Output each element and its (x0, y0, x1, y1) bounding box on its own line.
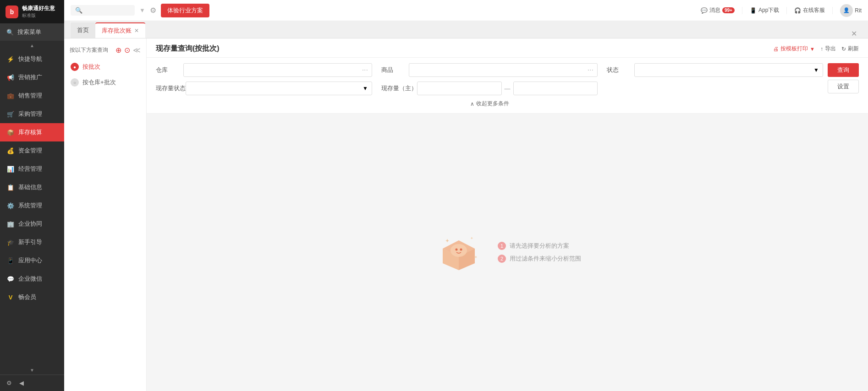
sidebar-item-vip[interactable]: V 畅会员 (0, 288, 64, 306)
refresh-button[interactable]: ↻ 刷新 (841, 45, 859, 53)
svg-text:✦: ✦ (445, 238, 450, 244)
box-icon: 📦 (6, 128, 15, 136)
sidebar-item-marketing[interactable]: 📢 营销推广 (0, 68, 64, 87)
filter-row-1: 仓库 ··· 商品 ··· (156, 63, 823, 77)
scheme-by-batch-label: 按批次 (82, 63, 100, 71)
money-icon: 💰 (6, 147, 15, 155)
cart-icon: 🛒 (6, 110, 15, 118)
sidebar-item-appstore[interactable]: 📱 应用中心 (0, 251, 64, 270)
app-download-button[interactable]: 📱 App下载 (750, 6, 779, 14)
add-scheme-icon[interactable]: ⊕ (115, 46, 121, 54)
building-icon: 🏢 (6, 220, 15, 228)
messages-badge: 99+ (722, 7, 735, 13)
empty-tips: 1 请先选择要分析的方案 2 用过滤条件来缩小分析范围 (498, 242, 581, 263)
sidebar-collapse-icon[interactable]: ◀ (19, 380, 24, 386)
action-buttons: 查询 设置 (828, 63, 859, 93)
graduation-icon: 🎓 (6, 238, 15, 246)
flash-icon: ⚡ (6, 55, 15, 63)
print-dropdown-icon[interactable]: ▼ (810, 46, 815, 52)
topbar-actions: 💬 消息 99+ 📱 App下载 🎧 在线客服 👤 Rit (701, 4, 862, 17)
sidebar-footer: ⚙ ◀ (0, 375, 64, 391)
sidebar-settings-icon[interactable]: ⚙ (6, 380, 12, 386)
print-template-button[interactable]: 🖨 按模板打印 ▼ (773, 45, 815, 53)
goods-input[interactable]: ··· (409, 63, 598, 77)
warehouse-more-icon[interactable]: ··· (362, 66, 368, 74)
inventory-qty-min[interactable] (417, 81, 502, 95)
warehouse-input[interactable]: ··· (183, 63, 372, 77)
inventory-qty-max[interactable] (513, 81, 598, 95)
goods-more-icon[interactable]: ··· (588, 66, 593, 74)
tab-close-icon[interactable]: ✕ (134, 27, 139, 34)
left-panel-actions: ⊕ ⊙ ≪ (115, 46, 141, 54)
sidebar-scroll-down[interactable]: ▼ (0, 365, 64, 375)
sidebar-item-enterprise[interactable]: 🏢 企业协同 (0, 215, 64, 233)
tip-text-2: 用过滤条件来缩小分析范围 (510, 255, 581, 263)
vip-icon: V (6, 293, 15, 301)
goods-text-input[interactable] (413, 67, 584, 73)
topbar: 🔍 ▼ ⚙ 体验行业方案 💬 消息 99+ 📱 App下载 🎧 在线客服 (64, 0, 868, 21)
settings-button[interactable]: 设置 (828, 80, 859, 93)
topbar-settings-icon[interactable]: ⚙ (150, 6, 156, 15)
topbar-search-input[interactable] (85, 7, 126, 14)
range-separator: — (505, 85, 511, 92)
gear-icon: ⚙️ (6, 201, 15, 210)
sidebar-item-wechat[interactable]: 💬 企业微信 (0, 270, 64, 288)
empty-tip-1: 1 请先选择要分析的方案 (498, 242, 581, 250)
tab-home[interactable]: 首页 (71, 22, 95, 38)
print-icon: 🖨 (773, 46, 779, 52)
query-button[interactable]: 查询 (828, 63, 859, 77)
sidebar-item-finance[interactable]: 💰 资金管理 (0, 141, 64, 160)
tab-batch-account[interactable]: 库存批次账 ✕ (95, 22, 145, 38)
sidebar-item-quicknav[interactable]: ⚡ 快捷导航 (0, 50, 64, 68)
page-header-actions: 🖨 按模板打印 ▼ ↑ 导出 ↻ 刷新 (773, 45, 859, 53)
trial-button[interactable]: 体验行业方案 (161, 4, 209, 17)
online-service-button[interactable]: 🎧 在线客服 (794, 6, 825, 14)
collapse-button[interactable]: ∧ 收起更多条件 (470, 100, 509, 108)
sidebar-item-inventory[interactable]: 📦 库存核算 (0, 123, 64, 141)
scheme-by-batch[interactable]: ● 按批次 (64, 59, 146, 75)
status-select[interactable]: ▼ (634, 63, 823, 77)
sidebar-item-purchase[interactable]: 🛒 采购管理 (0, 105, 64, 123)
left-panel-header: 按以下方案查询 ⊕ ⊙ ≪ (64, 43, 146, 59)
export-icon: ↑ (820, 46, 823, 52)
user-menu[interactable]: 👤 Rit (840, 4, 862, 17)
messages-button[interactable]: 💬 消息 99+ (701, 6, 735, 14)
warehouse-text-input[interactable] (187, 67, 358, 73)
sidebar-item-newbie[interactable]: 🎓 新手引导 (0, 233, 64, 251)
empty-tip-2: 2 用过滤条件来缩小分析范围 (498, 255, 581, 263)
inventory-status-select[interactable]: ▼ (186, 81, 372, 95)
scheme-by-warehouse-batch[interactable]: ○ 按仓库+批次 (64, 75, 146, 90)
chart-icon: 📊 (6, 165, 15, 173)
sidebar-item-system[interactable]: ⚙️ 系统管理 (0, 196, 64, 215)
messages-label: 消息 (709, 6, 720, 14)
sidebar-search-label: 搜索菜单 (17, 28, 41, 36)
briefcase-icon: 💼 (6, 92, 15, 100)
sidebar-item-operations[interactable]: 📊 经营管理 (0, 160, 64, 178)
sidebar: b 畅康通好生意 标准版 🔍 搜索菜单 ▲ ⚡ 快捷导航 📢 营销推广 💼 销售… (0, 0, 64, 391)
megaphone-icon: 📢 (6, 73, 15, 81)
settings-scheme-icon[interactable]: ⊙ (124, 46, 130, 54)
sidebar-search[interactable]: 🔍 搜索菜单 (0, 23, 64, 41)
main-content: 现存量查询(按批次) 🖨 按模板打印 ▼ ↑ 导出 ↻ 刷新 (147, 38, 868, 391)
sidebar-nav: ⚡ 快捷导航 📢 营销推广 💼 销售管理 🛒 采购管理 📦 库存核算 💰 资金管… (0, 50, 64, 365)
empty-illustration: ✦ ✦ ✦ (434, 227, 484, 278)
left-panel-title: 按以下方案查询 (70, 46, 108, 54)
clipboard-icon: 📋 (6, 183, 15, 191)
tab-close-main-icon[interactable]: ✕ (846, 29, 862, 38)
filter-fields: 仓库 ··· 商品 ··· (156, 63, 823, 108)
filter-group-status: 状态 ▼ (607, 63, 823, 77)
sidebar-item-sales[interactable]: 💼 销售管理 (0, 87, 64, 105)
search-icon: 🔍 (6, 29, 14, 36)
sidebar-item-basics[interactable]: 📋 基础信息 (0, 178, 64, 196)
collapse-panel-icon[interactable]: ≪ (133, 46, 141, 54)
export-button[interactable]: ↑ 导出 (820, 45, 836, 53)
inventory-qty-range: — (417, 81, 598, 95)
username: Rit (855, 7, 862, 14)
topbar-search-box[interactable]: 🔍 (71, 5, 135, 16)
scheme-by-warehouse-batch-label: 按仓库+批次 (82, 78, 116, 87)
topbar-dropdown-icon[interactable]: ▼ (139, 7, 145, 14)
collapse-arrow-icon: ∧ (470, 101, 474, 107)
goods-label: 商品 (381, 66, 409, 74)
sidebar-scroll-up[interactable]: ▲ (0, 41, 64, 50)
warehouse-label: 仓库 (156, 66, 183, 74)
